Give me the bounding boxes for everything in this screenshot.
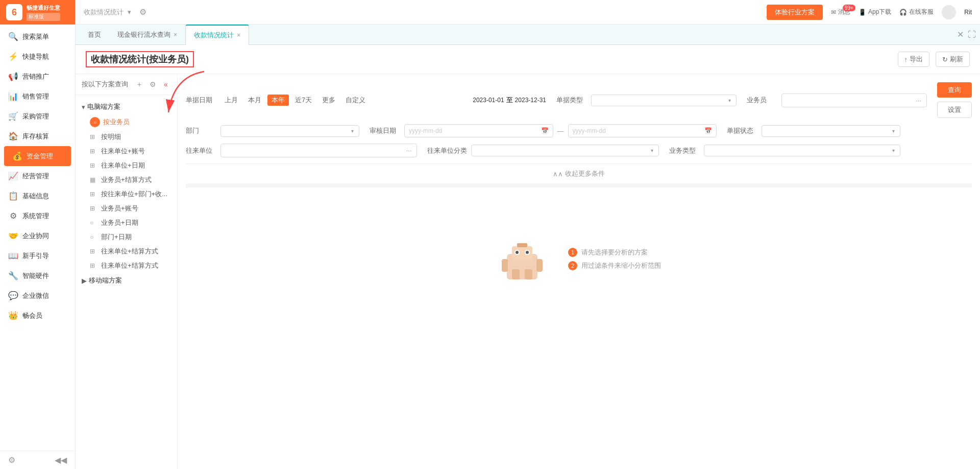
sidebar-item-经营管理[interactable]: 📈经营管理: [0, 166, 75, 186]
sidebar-item-营销推广[interactable]: 📢营销推广: [0, 66, 75, 86]
audit-date-from[interactable]: yyyy-mm-dd 📅: [404, 124, 553, 137]
header-dropdown-icon[interactable]: ▾: [128, 8, 131, 16]
sidebar-label: 快捷导航: [22, 52, 49, 61]
message-btn[interactable]: ✉ 消息 99+: [831, 8, 850, 16]
tree-item-1[interactable]: ⊞按明细: [76, 130, 177, 144]
doc-status-select[interactable]: ▾: [762, 125, 900, 137]
sidebar-item-销售管理[interactable]: 📊销售管理: [0, 86, 75, 106]
page-title: 收款情况统计(按业务员): [86, 51, 194, 67]
tree-item-label: 业务员+账号: [101, 204, 138, 213]
sidebar-label: 搜索菜单: [22, 32, 49, 41]
tree-item-icon: ⊞: [90, 191, 98, 198]
settings-icon[interactable]: ⚙: [8, 455, 15, 465]
collapse-bar[interactable]: ∧∧ 收起更多条件: [186, 163, 972, 183]
sidebar-item-系统管理[interactable]: ⚙系统管理: [0, 206, 75, 226]
salesperson-input[interactable]: ···: [781, 93, 927, 107]
logo-text: 畅捷通好生意 标准版: [27, 4, 60, 21]
online-service-btn[interactable]: 🎧 在线客服: [899, 8, 934, 16]
sidebar-item-企业微信[interactable]: 💬企业微信: [0, 286, 75, 306]
tree-item-8[interactable]: ○部门+日期: [76, 230, 177, 244]
partner-label: 往来单位: [186, 146, 216, 155]
user-avatar[interactable]: [942, 5, 956, 19]
type-select[interactable]: ▾: [591, 95, 737, 106]
maximize-btn[interactable]: ⛶: [968, 30, 976, 39]
tab-close-icon[interactable]: ×: [174, 31, 177, 38]
sidebar-item-畅会员[interactable]: 👑畅会员: [0, 306, 75, 325]
refresh-btn[interactable]: ↻ 刷新: [936, 52, 970, 67]
page-header: 收款情况统计(按业务员) ↑ 导出 ↻ 刷新: [76, 45, 980, 74]
scheme-settings-btn[interactable]: ⚙: [148, 79, 158, 89]
sidebar-item-企业协同[interactable]: 🤝企业协同: [0, 226, 75, 246]
date-quick-btn-本年[interactable]: 本年: [267, 95, 289, 106]
tree-item-3[interactable]: ⊞往来单位+日期: [76, 158, 177, 173]
type-label: 单据类型: [556, 96, 587, 105]
tab-label: 现金银行流水查询: [117, 30, 170, 39]
add-scheme-btn[interactable]: +: [134, 79, 144, 89]
sidebar-item-采购管理[interactable]: 🛒采购管理: [0, 106, 75, 126]
close-all-tabs-btn[interactable]: ✕: [957, 30, 964, 39]
sidebar-icon: 🏠: [8, 131, 18, 141]
date-quick-btn-近7天[interactable]: 近7天: [291, 95, 316, 106]
settings-btn[interactable]: 设置: [937, 102, 972, 118]
sidebar-item-新手引导[interactable]: 📖新手引导: [0, 246, 75, 266]
trial-btn[interactable]: 体验行业方案: [767, 5, 823, 20]
date-label: 单据日期: [186, 96, 216, 105]
partner-input[interactable]: ···: [220, 144, 417, 157]
sidebar-label: 采购管理: [22, 112, 49, 121]
sidebar-item-库存核算[interactable]: 🏠库存核算: [0, 126, 75, 146]
sidebar-item-快捷导航[interactable]: ⚡快捷导航: [0, 46, 75, 66]
empty-steps: 1 请先选择要分析的方案 2 用过滤条件来缩小分析范围: [568, 248, 661, 270]
tab-2[interactable]: 收款情况统计×: [185, 25, 249, 45]
tree-item-label: 往来单位+结算方式: [101, 261, 158, 270]
mobile-scheme-parent[interactable]: ▶ 移动端方案: [76, 273, 177, 288]
sidebar-item-智能硬件[interactable]: 🔧智能硬件: [0, 266, 75, 286]
business-type-label: 业务类型: [669, 146, 700, 155]
tab-close-icon[interactable]: ×: [237, 32, 240, 39]
tree-item-6[interactable]: ⊞业务员+账号: [76, 201, 177, 216]
date-sep: 至: [506, 96, 513, 105]
date-quick-btn-更多[interactable]: 更多: [318, 95, 339, 106]
tree-item-4[interactable]: ▦业务员+结算方式: [76, 173, 177, 187]
user-name[interactable]: Rit: [964, 9, 972, 16]
sidebar-item-搜索菜单[interactable]: 🔍搜索菜单: [0, 27, 75, 46]
date-quick-btn-上月[interactable]: 上月: [220, 95, 242, 106]
refresh-icon: ↻: [942, 56, 948, 63]
type-field-group: 单据类型 ▾: [556, 95, 737, 106]
collapse-panel-btn[interactable]: «: [161, 79, 171, 89]
business-type-select[interactable]: ▾: [704, 145, 900, 156]
tree-item-2[interactable]: ⊞往来单位+账号: [76, 144, 177, 158]
collapse-sidebar-icon[interactable]: ◀◀: [55, 455, 67, 465]
logo-area: 6 畅捷通好生意 标准版: [0, 0, 75, 25]
tree-item-label: 按往来单位+部门+收...: [101, 190, 167, 199]
dept-select[interactable]: ▾: [220, 125, 359, 137]
tree-arrow-down: ▾: [82, 103, 85, 111]
partner-category-select[interactable]: ▾: [471, 145, 658, 156]
tree-item-5[interactable]: ⊞按往来单位+部门+收...: [76, 187, 177, 201]
date-to-display: 2023-12-31: [515, 97, 546, 104]
tree-item-9[interactable]: ⊞往来单位+结算方式: [76, 244, 177, 259]
tree-item-0[interactable]: ○按业务员: [76, 114, 177, 130]
tab-0[interactable]: 首页: [80, 25, 109, 45]
empty-state: 1 请先选择要分析的方案 2 用过滤条件来缩小分析范围: [186, 187, 972, 331]
tree-item-7[interactable]: ○业务员+日期: [76, 216, 177, 230]
main-content: 收款情况统计(按业务员) ↑ 导出 ↻ 刷新 按以下方案查询 + ⚙ «: [76, 45, 980, 469]
empty-step-1: 1 请先选择要分析的方案: [568, 248, 661, 257]
desktop-scheme-parent[interactable]: ▾ 电脑端方案: [76, 99, 177, 114]
svg-rect-8: [536, 259, 543, 272]
sidebar-item-基础信息[interactable]: 📋基础信息: [0, 186, 75, 206]
export-btn[interactable]: ↑ 导出: [898, 52, 930, 67]
date-quick-btn-本月[interactable]: 本月: [244, 95, 265, 106]
tab-1[interactable]: 现金银行流水查询×: [109, 25, 185, 45]
partner-field-group: 往来单位 ···: [186, 144, 417, 157]
sidebar-item-资金管理[interactable]: 💰资金管理: [4, 146, 71, 166]
action-btns: 查询 设置: [937, 82, 972, 118]
app-download-btn[interactable]: 📱 App下载: [859, 8, 891, 16]
svg-rect-7: [502, 259, 508, 272]
search-form: 单据日期 上月本月本年近7天更多自定义 2023-01-01 至 2023-12…: [186, 82, 972, 183]
query-btn[interactable]: 查询: [937, 82, 972, 98]
date-quick-btn-自定义[interactable]: 自定义: [341, 95, 370, 106]
type-chevron-icon: ▾: [728, 98, 731, 103]
audit-date-to[interactable]: yyyy-mm-dd 📅: [568, 124, 717, 137]
header-settings-icon[interactable]: ⚙: [139, 7, 146, 17]
tree-item-10[interactable]: ⊞往来单位+结算方式: [76, 259, 177, 273]
